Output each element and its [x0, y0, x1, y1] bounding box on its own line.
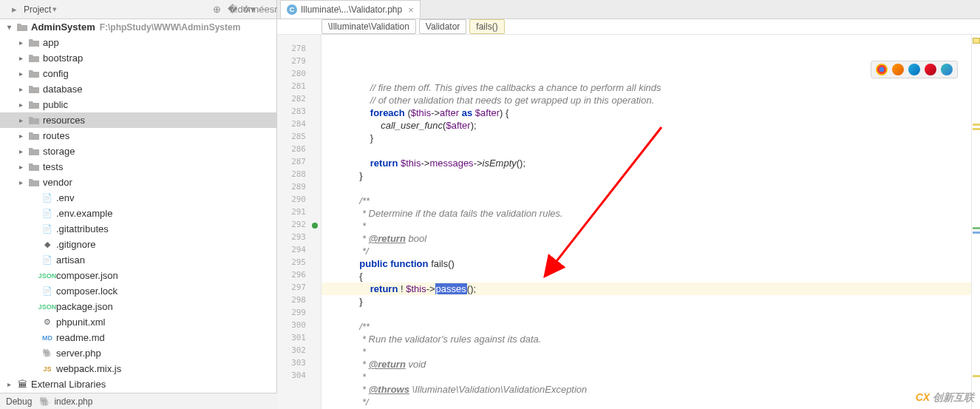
code-line-281[interactable]: call_user_func($after); — [321, 119, 971, 132]
code-line-295[interactable]: } — [321, 295, 971, 308]
code-area[interactable]: // fire them off. This gives the callbac… — [321, 35, 971, 409]
tree-file-composer-json[interactable]: JSON composer.json — [0, 268, 276, 283]
chevron-right-icon[interactable]: ▸ — [16, 178, 25, 186]
tree-folder-vendor[interactable]: ▸ vendor — [0, 175, 276, 190]
code-line-294[interactable]: return ! $this->passes(); — [321, 283, 971, 295]
tree-file-artisan[interactable]: 📄 artisan — [0, 252, 276, 268]
code-line-286[interactable] — [321, 182, 971, 195]
line-number[interactable]: 293 — [277, 232, 321, 245]
code-line-297[interactable]: /** — [321, 320, 971, 333]
sidebar-dropdown-icon[interactable]: ▾ — [52, 4, 57, 14]
line-number[interactable]: 294 — [277, 245, 321, 257]
code-line-279[interactable]: // of other validation that needs to get… — [321, 94, 971, 107]
code-line-302[interactable]: * @throws \Illuminate\Validation\Validat… — [321, 383, 971, 396]
chevron-right-icon[interactable]: ▸ — [16, 147, 25, 155]
code-line-292[interactable]: public function fails() — [321, 257, 971, 270]
tree-project-root[interactable]: ▾ AdminSystem F:\phpStudy\WWW\AdminSyste… — [0, 19, 276, 35]
ruler-mark[interactable] — [973, 128, 980, 130]
tree-file-phpunit-xml[interactable]: ⚙ phpunit.xml — [0, 314, 276, 330]
edge-icon[interactable] — [941, 64, 953, 75]
close-icon[interactable]: × — [408, 4, 414, 16]
chevron-right-icon[interactable]: ▸ — [16, 70, 25, 78]
code-line-282[interactable]: } — [321, 132, 971, 144]
safari-icon[interactable] — [908, 64, 920, 75]
line-number[interactable]: 297 — [277, 283, 321, 295]
tree-folder-app[interactable]: ▸ app — [0, 35, 276, 50]
tree-folder-public[interactable]: ▸ public — [0, 97, 276, 112]
line-number[interactable]: 284 — [277, 119, 321, 132]
tree-file--env[interactable]: 📄 .env — [0, 190, 276, 206]
tree-file--env-example[interactable]: 📄 .env.example — [0, 206, 276, 221]
breadcrumb-chip[interactable]: fails() — [469, 19, 504, 34]
editor-tab[interactable]: C Illuminate\...\Validator.php × — [280, 0, 421, 18]
line-number[interactable]: 301 — [277, 333, 321, 345]
line-number[interactable]: 304 — [277, 371, 321, 383]
tree-file--gitattributes[interactable]: 📄 .gitattributes — [0, 221, 276, 237]
chevron-right-icon[interactable]: ▸ — [4, 380, 13, 388]
code-line-280[interactable]: foreach ($this->after as $after) { — [321, 107, 971, 119]
line-number[interactable]: 303 — [277, 358, 321, 371]
tree-external-libs[interactable]: ▸ 🏛 External Libraries — [0, 376, 276, 392]
chevron-down-icon[interactable]: ▾ — [4, 23, 13, 31]
line-number[interactable]: 278 — [277, 44, 321, 56]
code-line-278[interactable]: // fire them off. This gives the callbac… — [321, 81, 971, 94]
code-line-283[interactable] — [321, 144, 971, 157]
line-number[interactable]: 285 — [277, 132, 321, 144]
line-number[interactable]: 295 — [277, 257, 321, 270]
line-number[interactable]: 300 — [277, 320, 321, 333]
code-line-300[interactable]: * @return void — [321, 358, 971, 371]
line-number[interactable]: 286 — [277, 144, 321, 157]
chevron-right-icon[interactable]: ▸ — [16, 38, 25, 47]
chevron-right-icon[interactable]: ▸ — [16, 85, 25, 93]
code-line-299[interactable]: * — [321, 345, 971, 358]
code-line-289[interactable]: * — [321, 220, 971, 232]
code-line-298[interactable]: * Run the validator's rules against its … — [321, 333, 971, 345]
tree-file-package-json[interactable]: JSON package.json — [0, 299, 276, 314]
hide-icon[interactable]: �donnéesminus; — [259, 3, 272, 16]
line-number[interactable]: 292 — [277, 220, 321, 232]
tree-folder-config[interactable]: ▸ config — [0, 66, 276, 81]
line-number[interactable]: 296 — [277, 270, 321, 283]
target-icon[interactable]: ⊕ — [210, 3, 223, 16]
ruler-mark[interactable] — [973, 124, 980, 126]
tree-file-server-php[interactable]: 🐘 server.php — [0, 345, 276, 361]
code-line-303[interactable]: */ — [321, 396, 971, 408]
line-number[interactable]: 302 — [277, 345, 321, 358]
tree-folder-bootstrap[interactable]: ▸ bootstrap — [0, 50, 276, 66]
breadcrumb-chip[interactable]: Validator — [419, 19, 466, 34]
chevron-right-icon[interactable]: ▸ — [16, 54, 25, 62]
opera-icon[interactable] — [925, 64, 936, 75]
line-number[interactable]: 282 — [277, 94, 321, 107]
chevron-right-icon[interactable]: ▸ — [16, 116, 25, 124]
line-number[interactable]: 299 — [277, 308, 321, 320]
code-line-285[interactable]: } — [321, 169, 971, 182]
line-number[interactable]: 281 — [277, 81, 321, 94]
tree-file-composer-lock[interactable]: 📄 composer.lock — [0, 283, 276, 299]
line-number[interactable]: 279 — [277, 56, 321, 69]
code-line-293[interactable]: { — [321, 270, 971, 283]
tree-folder-storage[interactable]: ▸ storage — [0, 143, 276, 159]
tree-folder-database[interactable]: ▸ database — [0, 81, 276, 97]
ruler-mark[interactable] — [973, 227, 980, 229]
chevron-right-icon[interactable]: ▸ — [16, 101, 25, 109]
code-line-291[interactable]: */ — [321, 245, 971, 257]
line-number[interactable]: 280 — [277, 69, 321, 81]
code-line-290[interactable]: * @return bool — [321, 232, 971, 245]
tree-file-webpack-mix-js[interactable]: JS webpack.mix.js — [0, 361, 276, 376]
inspection-status-icon[interactable] — [973, 38, 980, 44]
firefox-icon[interactable] — [892, 64, 904, 75]
line-number[interactable]: 291 — [277, 207, 321, 220]
tree-folder-resources[interactable]: ▸ resources — [0, 112, 276, 128]
tree-folder-tests[interactable]: ▸ tests — [0, 159, 276, 175]
debug-tab-label[interactable]: Debug — [6, 396, 32, 407]
ruler-mark[interactable] — [973, 231, 980, 234]
chevron-right-icon[interactable]: ▸ — [16, 132, 25, 140]
code-line-284[interactable]: return $this->messages->isEmpty(); — [321, 157, 971, 169]
line-number[interactable]: 298 — [277, 295, 321, 308]
code-line-287[interactable]: /** — [321, 195, 971, 207]
line-number[interactable]: 287 — [277, 157, 321, 169]
chevron-right-icon[interactable]: ▸ — [16, 163, 25, 171]
tree-folder-routes[interactable]: ▸ routes — [0, 128, 276, 143]
breadcrumb-chip[interactable]: \Illuminate\Validation — [321, 19, 416, 34]
project-tree[interactable]: ▾ AdminSystem F:\phpStudy\WWW\AdminSyste… — [0, 19, 276, 409]
